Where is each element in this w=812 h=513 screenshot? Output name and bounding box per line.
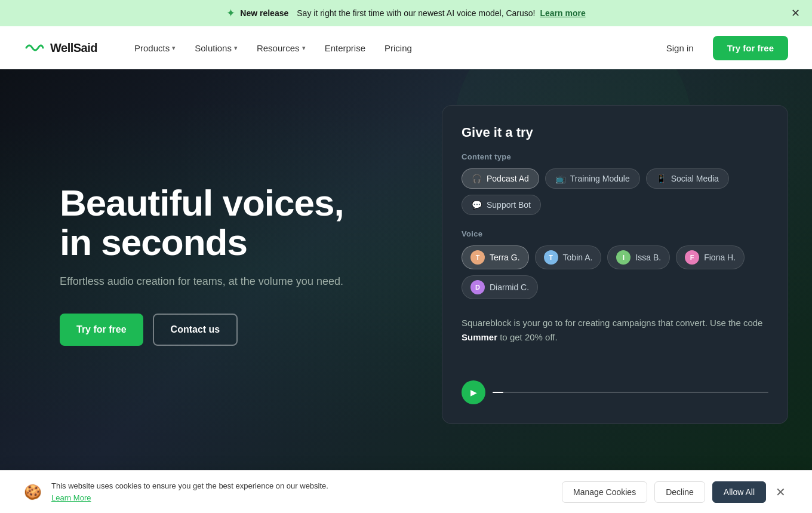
content-type-chips: 🎧 Podcast Ad 📺 Training Module 📱 Social … — [462, 168, 768, 215]
navbar: WellSaid Products ▾ Solutions ▾ Resource… — [0, 26, 812, 69]
monitor-icon: 📺 — [555, 174, 565, 183]
manage-cookies-button[interactable]: Manage Cookies — [562, 481, 647, 503]
voice-chip-issa[interactable]: I Issa B. — [607, 245, 670, 269]
demo-text: Squareblock is your go to for creating c… — [462, 316, 768, 364]
cookie-learn-more-link[interactable]: Learn More — [51, 492, 552, 504]
play-button[interactable]: ▶ — [462, 380, 485, 404]
hero-section: Beautiful voices, in seconds Effortless … — [0, 69, 812, 472]
voice-chip-fiona[interactable]: F Fiona H. — [676, 245, 745, 269]
new-release-badge: New release — [240, 8, 288, 18]
cookie-icon: 🍪 — [24, 484, 42, 500]
cookie-text: This website uses cookies to ensure you … — [51, 480, 552, 503]
hero-content: Beautiful voices, in seconds Effortless … — [60, 183, 370, 345]
voice-chip-terra[interactable]: T Terra G. — [462, 245, 529, 269]
nav-item-solutions[interactable]: Solutions ▾ — [186, 38, 246, 58]
nav-right: Sign in Try for free — [657, 36, 788, 60]
hero-subtitle: Effortless audio creation for teams, at … — [60, 274, 370, 290]
demo-card: Give it a try Content type 🎧 Podcast Ad … — [442, 105, 788, 424]
diarmid-avatar: D — [470, 280, 485, 294]
allow-all-button[interactable]: Allow All — [712, 481, 766, 503]
announcement-learn-more-link[interactable]: Learn more — [540, 8, 585, 18]
chevron-down-icon: ▾ — [302, 44, 306, 52]
progress-bar[interactable] — [493, 392, 768, 393]
logo-text: WellSaid — [50, 41, 97, 55]
nav-item-enterprise[interactable]: Enterprise — [316, 38, 374, 58]
cookie-banner: 🍪 This website uses cookies to ensure yo… — [0, 470, 812, 513]
chevron-down-icon: ▾ — [234, 44, 238, 52]
announcement-close-button[interactable]: ✕ — [791, 8, 800, 19]
chat-icon: 💬 — [472, 200, 482, 210]
voice-chip-diarmid[interactable]: D Diarmid C. — [462, 275, 538, 299]
chevron-down-icon: ▾ — [172, 44, 176, 52]
terra-avatar: T — [470, 250, 485, 265]
tobin-avatar: T — [544, 250, 558, 265]
issa-avatar: I — [616, 250, 630, 265]
nav-try-free-button[interactable]: Try for free — [713, 36, 788, 60]
logo-link[interactable]: WellSaid — [24, 41, 97, 55]
voice-label: Voice — [462, 229, 768, 238]
hero-title: Beautiful voices, in seconds — [60, 183, 370, 261]
sparkle-icon: ✦ — [226, 7, 235, 20]
announcement-message: Say it right the first time with our new… — [297, 8, 535, 18]
hero-contact-button[interactable]: Contact us — [153, 314, 238, 346]
progress-fill — [493, 392, 503, 393]
voice-chip-tobin[interactable]: T Tobin A. — [535, 245, 602, 269]
nav-item-pricing[interactable]: Pricing — [376, 38, 420, 58]
fiona-avatar: F — [685, 250, 699, 265]
cookie-actions: Manage Cookies Decline Allow All ✕ — [562, 481, 788, 503]
cookie-close-button[interactable]: ✕ — [773, 483, 788, 502]
headphone-icon: 🎧 — [472, 174, 482, 183]
nav-links: Products ▾ Solutions ▾ Resources ▾ Enter… — [126, 38, 638, 58]
voice-chips: T Terra G. T Tobin A. I Issa B. F Fiona … — [462, 245, 768, 299]
logo-icon — [24, 41, 45, 55]
content-type-label: Content type — [462, 152, 768, 161]
hero-try-free-button[interactable]: Try for free — [60, 314, 143, 346]
decline-button[interactable]: Decline — [654, 481, 705, 503]
chip-social[interactable]: 📱 Social Media — [646, 168, 729, 189]
nav-item-products[interactable]: Products ▾ — [126, 38, 184, 58]
chip-training[interactable]: 📺 Training Module — [545, 168, 640, 189]
phone-icon: 📱 — [656, 174, 666, 183]
chip-podcast[interactable]: 🎧 Podcast Ad — [462, 168, 539, 189]
sign-in-button[interactable]: Sign in — [657, 38, 703, 58]
chip-support[interactable]: 💬 Support Bot — [462, 195, 541, 215]
announcement-bar: ✦ New release Say it right the first tim… — [0, 0, 812, 26]
demo-card-title: Give it a try — [462, 125, 768, 140]
nav-item-resources[interactable]: Resources ▾ — [248, 38, 314, 58]
hero-buttons: Try for free Contact us — [60, 314, 370, 346]
audio-player: ▶ — [462, 380, 768, 404]
